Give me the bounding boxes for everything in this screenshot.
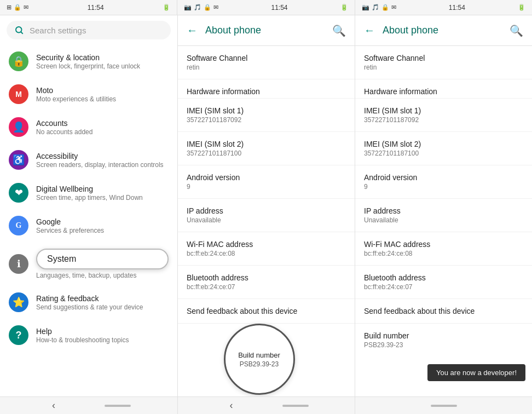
right-panels: ← About phone 🔍 Software Channel retin H… — [178, 15, 532, 414]
status-bar: ⊞ 🔒 ✉ 11:54 🔋 📷 🎵 🔒 ✉ 11:54 🔋 📷 🎵 🔒 ✉ 11… — [0, 0, 532, 15]
info-android-2: Android version 9 — [355, 165, 532, 199]
hw-section-label-2: Hardware information — [364, 87, 523, 96]
sidebar-item-accounts[interactable]: 👤 Accounts No accounts added — [0, 111, 177, 143]
imei2-label: IMEI (SIM slot 2) — [187, 140, 346, 148]
sidebar: Search settings 🔒 Security & location Sc… — [0, 15, 178, 414]
security-text: Security & location Screen lock, fingerp… — [36, 53, 169, 70]
panel-1-back-icon[interactable]: ← — [187, 24, 198, 37]
panel-1-content: Software Channel retin Hardware informat… — [178, 46, 355, 396]
status-icons-right-2: 🔋 — [340, 4, 348, 11]
info-build-2[interactable]: Build number PSB29.39-23 — [355, 324, 532, 357]
moto-title: Moto — [36, 86, 169, 95]
panel-1-nav-back[interactable]: ‹ — [224, 398, 239, 413]
digital-wellbeing-icon: ❤ — [9, 183, 28, 203]
accounts-icon: 👤 — [9, 117, 28, 137]
build-value-2: PSB29.39-23 — [364, 341, 523, 349]
nav-pill — [105, 405, 131, 407]
rating-subtitle: Send suggestions & rate your device — [36, 303, 169, 311]
battery-icon-1: 🔋 — [163, 4, 170, 11]
sidebar-item-help[interactable]: ? Help How-to & troubleshooting topics — [0, 319, 177, 352]
panel-2-search-icon[interactable]: 🔍 — [510, 24, 523, 37]
info-bt-2: Bluetooth address bc:ff:eb:24:ce:07 — [355, 266, 532, 299]
svg-point-0 — [16, 27, 22, 33]
accessibility-subtitle: Screen readers, display, interaction con… — [36, 161, 169, 169]
build-circle-value: PSB29.39-23 — [240, 360, 279, 368]
imei1-value: 357227101187092 — [187, 116, 346, 124]
status-time-1: 11:54 — [88, 4, 104, 12]
accounts-text: Accounts No accounts added — [36, 119, 169, 136]
accessibility-title: Accessibility — [36, 152, 169, 160]
info-ip-1: IP address Unavailable — [178, 199, 355, 232]
sidebar-item-security[interactable]: 🔒 Security & location Screen lock, finge… — [0, 45, 177, 78]
svg-line-1 — [21, 32, 22, 33]
info-imei1-1: IMEI (SIM slot 1) 357227101187092 — [178, 99, 355, 132]
sidebar-item-accessibility[interactable]: ♿ Accessibility Screen readers, display,… — [0, 143, 177, 176]
status-time-3: 11:54 — [449, 4, 465, 12]
info-label: Software Channel — [187, 54, 346, 62]
build-number-circle: Build number PSB29.39-23 — [224, 324, 295, 395]
info-imei1-2: IMEI (SIM slot 1) 357227101187092 — [355, 99, 532, 132]
ip-label: IP address — [187, 206, 346, 215]
search-placeholder: Search settings — [30, 26, 163, 35]
digital-wellbeing-text: Digital Wellbeing Screen time, app timer… — [36, 185, 169, 202]
google-title: Google — [36, 217, 169, 226]
imei2-value-2: 357227101187100 — [364, 150, 523, 157]
info-hw-header-1: Hardware information — [178, 79, 355, 99]
build-circle-label: Build number — [238, 351, 280, 359]
imei1-value-2: 357227101187092 — [364, 116, 523, 124]
system-bubble: System — [36, 249, 169, 269]
panel-1-search-icon[interactable]: 🔍 — [332, 24, 346, 37]
help-icon: ? — [9, 325, 28, 345]
info-value-2: retin — [364, 64, 523, 71]
sidebar-item-google[interactable]: G Google Services & preferences — [0, 209, 177, 242]
hw-section-label: Hardware information — [187, 87, 346, 96]
icon-lock: 🔒 — [204, 4, 211, 11]
bt-label-2: Bluetooth address — [364, 273, 523, 282]
info-android-1: Android version 9 — [178, 165, 355, 199]
icon-cam2: 📷 — [362, 4, 369, 11]
help-subtitle: How-to & troubleshooting topics — [36, 336, 169, 344]
sidebar-item-digital-wellbeing[interactable]: ❤ Digital Wellbeing Screen time, app tim… — [0, 176, 177, 209]
google-text: Google Services & preferences — [36, 217, 169, 234]
developer-toast: You are now a developer! — [427, 364, 525, 381]
status-icons-right-1: 🔋 — [163, 4, 170, 11]
panel-2-nav-pill — [431, 405, 457, 407]
panel-2-back-icon[interactable]: ← — [364, 24, 375, 37]
help-text: Help How-to & troubleshooting topics — [36, 327, 169, 344]
rating-title: Rating & feedback — [36, 294, 169, 303]
status-panel-3: 📷 🎵 🔒 ✉ 11:54 🔋 — [355, 0, 532, 15]
battery-icon-2: 🔋 — [340, 4, 348, 11]
sidebar-item-system[interactable]: ℹ System Languages, time, backup, update… — [0, 242, 177, 286]
icon-grid: ⊞ — [7, 4, 11, 11]
google-icon: G — [9, 216, 28, 235]
about-panel-2-wrapper: ← About phone 🔍 Software Channel retin H… — [355, 15, 532, 414]
info-build-1[interactable]: Build number PSB29.39-23 — [178, 324, 355, 378]
moto-icon: M — [9, 84, 28, 104]
android-value: 9 — [187, 183, 346, 191]
icon-music2: 🎵 — [372, 4, 379, 11]
panel-1-title: About phone — [205, 25, 325, 36]
icon-music: 🎵 — [194, 4, 201, 11]
panel-1-header: ← About phone 🔍 — [178, 15, 355, 46]
info-imei2-1: IMEI (SIM slot 2) 357227101187100 — [178, 132, 355, 165]
status-icons-left-3: 📷 🎵 🔒 ✉ — [362, 4, 396, 11]
search-bar[interactable]: Search settings — [7, 21, 171, 39]
system-icon: ℹ — [9, 254, 28, 274]
info-label-2: Software Channel — [364, 54, 523, 62]
info-feedback-1[interactable]: Send feedback about this device — [178, 299, 355, 324]
moto-text: Moto Moto experiences & utilities — [36, 86, 169, 103]
icon-shield: 🔒 — [14, 4, 21, 11]
nav-back-btn[interactable]: ‹ — [47, 398, 61, 413]
accounts-title: Accounts — [36, 119, 169, 128]
wifi-label: Wi-Fi MAC address — [187, 240, 346, 249]
panel-2-header: ← About phone 🔍 — [355, 15, 532, 46]
battery-icon-3: 🔋 — [518, 4, 525, 11]
status-icons-left-2: 📷 🎵 🔒 ✉ — [184, 4, 218, 11]
icon-msg: ✉ — [24, 4, 28, 11]
sidebar-item-rating[interactable]: ⭐ Rating & feedback Send suggestions & r… — [0, 286, 177, 319]
sidebar-item-moto[interactable]: M Moto Moto experiences & utilities — [0, 78, 177, 111]
info-feedback-2[interactable]: Send feedback about this device — [355, 299, 532, 324]
status-icons-right-3: 🔋 — [518, 4, 525, 11]
android-label-2: Android version — [364, 173, 523, 182]
panel-1-bottom-nav: ‹ — [178, 396, 355, 414]
